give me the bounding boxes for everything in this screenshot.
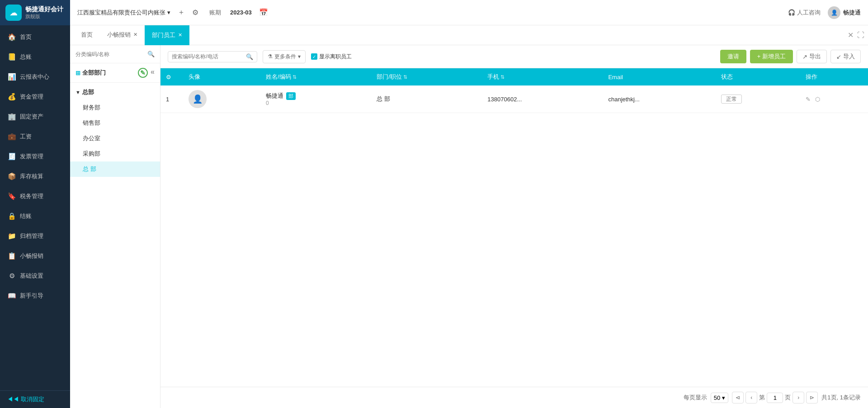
dept-item-1[interactable]: 财务部 xyxy=(70,100,160,115)
tab-close-icon[interactable]: ✕ xyxy=(848,31,854,39)
action-icons-0: ✎ ⬡ xyxy=(806,96,863,103)
page-nav: ⊲ ‹ 第 页 › ⊳ xyxy=(732,392,818,403)
logout-icon-0[interactable]: ⬡ xyxy=(815,96,820,103)
employee-name-cell-0: 畅捷通 部 xyxy=(266,92,366,100)
dept-search-input[interactable] xyxy=(75,51,147,57)
nav-label-6: 发票管理 xyxy=(20,152,43,161)
tab-xiaochang-close[interactable]: ✕ xyxy=(133,32,137,38)
first-page-btn[interactable]: ⊲ xyxy=(732,392,744,403)
user-info[interactable]: 👤 畅捷通 xyxy=(828,6,861,19)
col-dept[interactable]: 部门/职位 xyxy=(371,68,482,85)
nav-label-1: 总账 xyxy=(20,53,32,61)
sidebar-item-13[interactable]: 📖新手引导 xyxy=(0,286,70,306)
filter-button[interactable]: ⚗ 更多条件 ▾ xyxy=(263,50,306,63)
emp-search-icon[interactable]: 🔍 xyxy=(246,53,253,60)
filter-label: 更多条件 xyxy=(274,53,296,61)
nav-label-2: 云报表中心 xyxy=(20,73,49,81)
nav-icon-1: 📒 xyxy=(7,52,16,62)
tab-home[interactable]: 首页 xyxy=(74,25,100,45)
tab-dept-close[interactable]: ✕ xyxy=(178,32,182,38)
sidebar-item-1[interactable]: 📒总账 xyxy=(0,47,70,67)
tab-expand-icon[interactable]: ⛶ xyxy=(857,31,864,39)
edit-icon-0[interactable]: ✎ xyxy=(806,96,811,103)
user-avatar: 👤 xyxy=(828,6,840,19)
sidebar-item-6[interactable]: 🧾发票管理 xyxy=(0,147,70,166)
sidebar-item-0[interactable]: 🏠首页 xyxy=(0,27,70,47)
export-button[interactable]: ↗ 导出 xyxy=(797,50,827,63)
page-size-value: 50 xyxy=(714,394,720,401)
col-name[interactable]: 姓名/编码 xyxy=(260,68,371,85)
toolbar-right: 邀请 + 新增员工 ↗ 导出 ↙ 导入 xyxy=(720,50,861,63)
show-resigned-check[interactable]: ✓ 显示离职员工 xyxy=(311,53,352,61)
employee-avatar-0: 👤 xyxy=(189,90,207,108)
logo-icon: ☁ xyxy=(5,5,22,21)
sidebar-item-10[interactable]: 📁归档管理 xyxy=(0,226,70,246)
cell-name-0: 畅捷通 部 0 xyxy=(260,85,371,113)
sidebar-item-4[interactable]: 🏢固定资产 xyxy=(0,107,70,127)
add-employee-button[interactable]: + 新增员工 xyxy=(750,50,793,63)
nav-icon-6: 🧾 xyxy=(7,152,16,161)
resigned-checkbox[interactable]: ✓ xyxy=(311,53,317,60)
cell-num-0: 1 xyxy=(160,85,183,113)
page-size-select[interactable]: 50 ▾ xyxy=(711,393,728,403)
settings-icon[interactable]: ⚙ xyxy=(192,8,198,17)
sidebar-item-5[interactable]: 💼工资 xyxy=(0,127,70,147)
next-page-btn[interactable]: › xyxy=(793,392,804,403)
nav-icon-9: 🔒 xyxy=(7,212,16,221)
dept-add-icon[interactable]: ✎ xyxy=(138,68,148,78)
top-bar: 江西服宝精品有限责任公司内账张 ▾ ＋ ⚙ 账期 2023-03 📅 🎧 人工咨… xyxy=(70,0,868,25)
cell-phone-0: 138070602... xyxy=(482,85,603,113)
nav-icon-4: 🏢 xyxy=(7,112,16,121)
nav-icon-11: 📋 xyxy=(7,251,16,261)
col-phone[interactable]: 手机 xyxy=(482,68,603,85)
tab-xiaochang[interactable]: 小畅报销 ✕ xyxy=(100,25,145,45)
dept-item-0[interactable]: ▼总部 xyxy=(70,85,160,100)
prev-page-btn[interactable]: ‹ xyxy=(745,392,757,403)
company-selector[interactable]: 江西服宝精品有限责任公司内账张 ▾ xyxy=(77,9,170,17)
cell-avatar-0: 👤 xyxy=(183,85,260,113)
sidebar-item-7[interactable]: 📦库存核算 xyxy=(0,166,70,186)
dept-collapse-icon[interactable]: « xyxy=(151,68,155,78)
page-input[interactable] xyxy=(767,393,783,403)
last-page-btn[interactable]: ⊳ xyxy=(806,392,818,403)
filter-chevron-icon: ▾ xyxy=(298,53,301,60)
export-label: 导出 xyxy=(809,52,821,61)
employee-code-0: 0 xyxy=(266,100,366,106)
nav-label-10: 归档管理 xyxy=(20,232,43,240)
cell-status-0: 正常 xyxy=(716,85,800,113)
sidebar-item-11[interactable]: 📋小畅报销 xyxy=(0,246,70,266)
user-name: 畅捷通 xyxy=(843,9,861,17)
nav-icon-10: 📁 xyxy=(7,232,16,241)
dept-item-3[interactable]: 办公室 xyxy=(70,131,160,146)
nav-label-9: 结账 xyxy=(20,212,32,220)
nav-label-7: 库存核算 xyxy=(20,172,43,180)
nav-icon-13: 📖 xyxy=(7,291,16,300)
col-settings[interactable]: ⚙ xyxy=(160,68,183,85)
dept-item-5[interactable]: 总 部 xyxy=(70,161,160,177)
support-button[interactable]: 🎧 人工咨询 xyxy=(788,9,821,17)
sidebar-item-2[interactable]: 📊云报表中心 xyxy=(0,67,70,87)
emp-search-input[interactable] xyxy=(172,53,244,60)
tab-dept-employee[interactable]: 部门员工 ✕ xyxy=(145,25,189,45)
tab-dept-label: 部门员工 xyxy=(152,31,175,39)
dept-search-icon[interactable]: 🔍 xyxy=(147,51,155,57)
calendar-icon[interactable]: 📅 xyxy=(259,8,268,17)
employee-table: ⚙ 头像 姓名/编码 部门/职位 手机 Email 状态 操作 1 👤 xyxy=(160,68,868,113)
sidebar-item-12[interactable]: ⚙基础设置 xyxy=(0,266,70,286)
nav-label-13: 新手引导 xyxy=(20,292,43,300)
invite-button[interactable]: 邀请 xyxy=(720,50,746,63)
dept-header-actions: ✎ « xyxy=(138,68,155,78)
sidebar-item-3[interactable]: 💰资金管理 xyxy=(0,87,70,107)
sidebar-item-8[interactable]: 🔖税务管理 xyxy=(0,186,70,206)
sidebar-item-9[interactable]: 🔒结账 xyxy=(0,206,70,226)
dept-item-4[interactable]: 采购部 xyxy=(70,146,160,161)
dept-panel: 🔍 ⊞ 全部部门 ✎ « ▼总部财务部销售部办公室采购部总 部 xyxy=(70,45,160,408)
sidebar-pin-toggle[interactable]: ◀◀ 取消固定 xyxy=(0,390,70,408)
filter-icon: ⚗ xyxy=(268,53,273,60)
import-button[interactable]: ↙ 导入 xyxy=(830,50,861,63)
dept-item-2[interactable]: 销售部 xyxy=(70,115,160,131)
emp-table: ⚙ 头像 姓名/编码 部门/职位 手机 Email 状态 操作 1 👤 xyxy=(160,68,868,387)
add-icon[interactable]: ＋ xyxy=(178,8,185,17)
emp-tbody: 1 👤 畅捷通 部 0 总 部 138070602... chanjethkj.… xyxy=(160,85,868,113)
top-bar-actions: ＋ ⚙ 账期 2023-03 📅 xyxy=(178,8,268,17)
